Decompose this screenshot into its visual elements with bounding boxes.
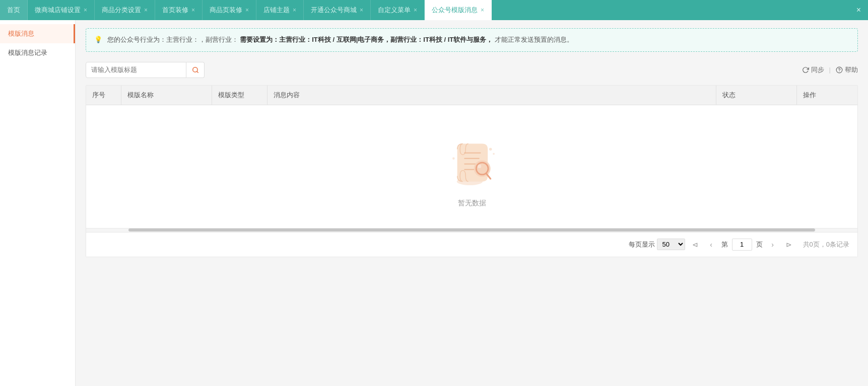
notice-prefix: 您的公众号行业为：主营行业：，副营行业： bbox=[107, 36, 238, 43]
tab-open-wechat-close[interactable]: × bbox=[360, 7, 363, 14]
search-bar: 同步 | 帮助 bbox=[86, 62, 858, 78]
page-last-button[interactable]: ⊳ bbox=[783, 239, 795, 251]
page-word: 第 bbox=[721, 240, 728, 249]
tab-micro-shop-label: 微商城店铺设置 bbox=[35, 6, 81, 15]
notice-box: 💡 您的公众号行业为：主营行业：，副营行业： 需要设置为：主营行业：IT科技 /… bbox=[86, 28, 858, 52]
col-status: 状态 bbox=[716, 86, 797, 105]
sync-icon bbox=[802, 66, 809, 73]
tab-open-wechat-label: 开通公众号商城 bbox=[311, 6, 357, 15]
help-button[interactable]: 帮助 bbox=[836, 65, 858, 74]
tab-product-category-close[interactable]: × bbox=[144, 7, 148, 14]
tab-home[interactable]: 首页 bbox=[0, 0, 28, 20]
svg-point-14 bbox=[493, 153, 495, 155]
table-header: 序号 模版名称 模版类型 消息内容 状态 操作 bbox=[86, 86, 857, 105]
col-type: 模版类型 bbox=[212, 86, 268, 105]
notice-highlight: 需要设置为：主营行业：IT科技 / 互联网|电子商务，副营行业：IT科技 / I… bbox=[240, 36, 493, 43]
tab-home-decor-close[interactable]: × bbox=[191, 7, 195, 14]
page-prev-button[interactable]: ‹ bbox=[705, 239, 717, 251]
sidebar-item-template-msg-log[interactable]: 模版消息记录 bbox=[0, 43, 75, 62]
empty-text: 暂无数据 bbox=[458, 199, 486, 208]
tab-home-label: 首页 bbox=[7, 6, 20, 15]
tab-product-category-label: 商品分类设置 bbox=[102, 6, 141, 15]
tab-bar-close-all[interactable]: × bbox=[849, 6, 868, 15]
tab-product-category[interactable]: 商品分类设置 × bbox=[95, 0, 155, 20]
divider: | bbox=[829, 66, 831, 73]
col-seq: 序号 bbox=[86, 86, 121, 105]
tab-home-decor-label: 首页装修 bbox=[162, 6, 188, 15]
page-size-label: 每页显示 bbox=[629, 240, 655, 249]
empty-state: 暂无数据 bbox=[86, 105, 857, 228]
page-first-button[interactable]: ⊲ bbox=[689, 239, 701, 251]
sidebar-item-template-msg-label: 模版消息 bbox=[8, 30, 34, 37]
tab-template-msg-label: 公众号模版消息 bbox=[432, 6, 478, 15]
col-content: 消息内容 bbox=[268, 86, 716, 105]
tab-micro-shop[interactable]: 微商城店铺设置 × bbox=[28, 0, 95, 20]
notice-suffix: 才能正常发送预置的消息。 bbox=[495, 36, 573, 43]
svg-point-12 bbox=[478, 165, 481, 168]
svg-point-15 bbox=[452, 157, 455, 160]
page-word2: 页 bbox=[756, 240, 763, 249]
sync-button[interactable]: 同步 bbox=[802, 65, 824, 74]
tab-shop-theme[interactable]: 店铺主题 × bbox=[256, 0, 304, 20]
tab-open-wechat[interactable]: 开通公众号商城 × bbox=[304, 0, 371, 20]
help-icon bbox=[836, 66, 843, 73]
help-label: 帮助 bbox=[845, 65, 858, 74]
main-layout: 模版消息 模版消息记录 💡 您的公众号行业为：主营行业：，副营行业： 需要设置为… bbox=[0, 20, 868, 386]
svg-point-13 bbox=[489, 148, 492, 151]
content-area: 💡 您的公众号行业为：主营行业：，副营行业： 需要设置为：主营行业：IT科技 /… bbox=[76, 20, 868, 386]
pagination: 每页显示 10 20 50 100 ⊲ ‹ 第 页 › ⊳ 共0页，0条记录 bbox=[86, 232, 857, 257]
page-size-selector: 每页显示 10 20 50 100 bbox=[629, 239, 685, 250]
tab-bar: 首页 微商城店铺设置 × 商品分类设置 × 首页装修 × 商品页装修 × 店铺主… bbox=[0, 0, 868, 20]
col-action: 操作 bbox=[797, 86, 857, 105]
search-icon bbox=[192, 66, 199, 73]
tab-product-decor-label: 商品页装修 bbox=[210, 6, 242, 15]
search-right: 同步 | 帮助 bbox=[802, 65, 858, 74]
tab-product-decor-close[interactable]: × bbox=[245, 7, 249, 14]
sidebar-item-template-msg[interactable]: 模版消息 bbox=[0, 24, 75, 43]
tab-custom-menu[interactable]: 自定义菜单 × bbox=[371, 0, 425, 20]
tab-home-decor[interactable]: 首页装修 × bbox=[155, 0, 203, 20]
svg-line-1 bbox=[196, 71, 198, 73]
tab-template-msg-close[interactable]: × bbox=[481, 7, 484, 14]
scroll-thumb[interactable] bbox=[128, 228, 816, 231]
page-next-button[interactable]: › bbox=[767, 239, 779, 251]
page-number-input[interactable] bbox=[732, 239, 752, 251]
tab-template-msg[interactable]: 公众号模版消息 × bbox=[425, 0, 492, 20]
tab-product-decor[interactable]: 商品页装修 × bbox=[203, 0, 256, 20]
tab-shop-theme-label: 店铺主题 bbox=[263, 6, 290, 15]
sidebar: 模版消息 模版消息记录 bbox=[0, 20, 76, 386]
search-input[interactable] bbox=[86, 62, 186, 78]
search-left bbox=[86, 62, 205, 78]
sidebar-item-template-msg-log-label: 模版消息记录 bbox=[8, 49, 47, 56]
search-button[interactable] bbox=[186, 62, 205, 78]
table-wrapper: 序号 模版名称 模版类型 消息内容 状态 操作 bbox=[86, 85, 858, 257]
total-info: 共0页，0条记录 bbox=[803, 240, 849, 249]
tab-micro-shop-close[interactable]: × bbox=[84, 7, 87, 14]
tab-shop-theme-close[interactable]: × bbox=[293, 7, 296, 14]
empty-illustration bbox=[444, 135, 500, 191]
page-size-select[interactable]: 10 20 50 100 bbox=[657, 239, 685, 250]
tab-custom-menu-close[interactable]: × bbox=[414, 7, 417, 14]
notice-icon: 💡 bbox=[94, 36, 102, 43]
scroll-track[interactable] bbox=[86, 228, 857, 232]
col-name: 模版名称 bbox=[121, 86, 212, 105]
sync-label: 同步 bbox=[811, 65, 824, 74]
tab-custom-menu-label: 自定义菜单 bbox=[378, 6, 411, 15]
